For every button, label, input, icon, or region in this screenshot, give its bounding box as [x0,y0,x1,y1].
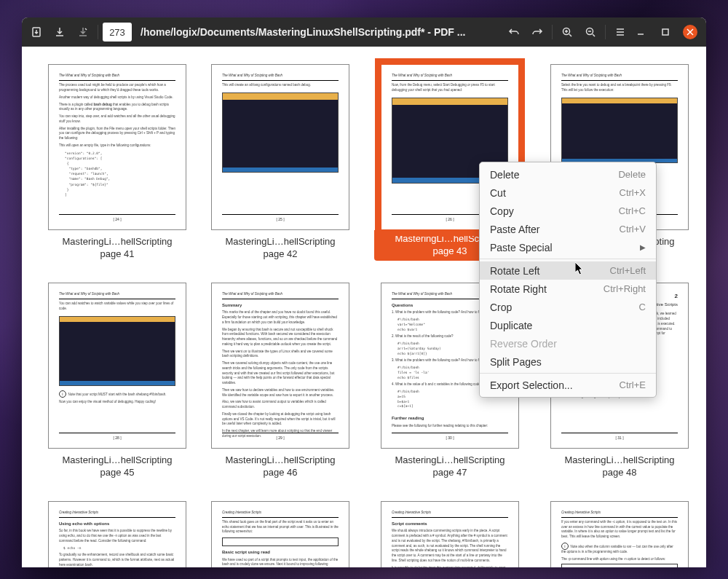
titlebar: /home/logix/Documents/MasteringLinuxShel… [22,17,706,47]
ctx-separator [480,373,656,374]
thumbnail[interactable]: Creating Interactive Scripts Using echo … [48,501,186,567]
page-preview: Creating Interactive Scripts This shared… [211,501,349,567]
ctx-copy[interactable]: CopyCtrl+C [480,202,656,220]
ctx-paste-after[interactable]: Paste AfterCtrl+V [480,220,656,238]
thumbnail-caption: MasteringLi…hellScriptingpage 47 [395,454,505,479]
ctx-split-pages[interactable]: Split Pages [480,352,656,371]
save-icon[interactable] [50,22,70,42]
ctx-duplicate[interactable]: Duplicate [480,316,656,334]
thumbnail[interactable]: The What and Why of Scripting with Bash … [48,283,186,479]
thumbnail[interactable]: Creating Interactive Scripts Script comm… [374,501,526,567]
thumbnail[interactable]: Creating Interactive Scripts If you ente… [550,501,689,567]
redo-icon[interactable] [527,22,547,42]
toolbar-separator [605,25,606,39]
close-button[interactable] [683,25,697,39]
toolbar-separator [98,25,98,39]
window-controls [633,25,697,39]
ctx-export-selection[interactable]: Export Selection...Ctrl+E [480,376,656,394]
thumbnail-caption: MasteringLi…hellScriptingpage 45 [62,454,172,479]
cursor-icon [575,262,585,275]
ctx-delete[interactable]: DeleteDelete [480,165,656,184]
zoom-in-icon[interactable] [557,22,577,42]
context-menu: DeleteDelete CutCtrl+X CopyCtrl+C Paste … [479,162,657,398]
ctx-rotate-right[interactable]: Rotate RightCtrl+Right [480,280,656,298]
window-title: /home/logix/Documents/MasteringLinuxShel… [135,26,501,38]
ctx-reverse-order: Reverse Order [480,334,656,352]
thumbnail-caption: MasteringLi…hellScriptingpage 42 [225,236,335,261]
ctx-rotate-left[interactable]: Rotate LeftCtrl+Left [480,261,656,280]
ctx-crop[interactable]: CropC [480,298,656,316]
thumbnail-caption: MasteringLi…hellScriptingpage 41 [62,236,172,261]
chevron-right-icon: ▶ [640,243,646,251]
page-preview: The What and Why of Scripting with Bash … [48,64,186,230]
menu-icon[interactable] [610,22,630,42]
thumbnail[interactable]: The What and Why of Scripting with Bash … [211,283,349,479]
page-preview: The What and Why of Scripting with Bash … [48,283,186,449]
svg-rect-3 [662,29,668,35]
toolbar-separator [552,25,553,39]
thumbnail-caption: MasteringLi…hellScriptingpage 46 [225,454,335,479]
undo-icon[interactable] [504,22,524,42]
import-icon[interactable] [26,22,47,42]
maximize-button[interactable] [658,25,673,39]
page-preview: The What and Why of Scripting with Bash … [211,64,349,230]
page-number-input[interactable] [103,23,132,42]
thumbnail[interactable]: Creating Interactive Scripts This shared… [211,501,349,567]
thumbnail[interactable]: The What and Why of Scripting with Bash … [48,64,186,261]
thumbnail-caption: MasteringLi…hellScriptingpage 48 [564,454,674,479]
ctx-separator [480,259,656,259]
save-as-icon[interactable] [73,22,93,42]
page-preview: Creating Interactive Scripts If you ente… [550,501,689,567]
minimize-button[interactable] [633,25,648,39]
zoom-out-icon[interactable] [580,22,601,42]
ctx-cut[interactable]: CutCtrl+X [480,184,656,202]
page-preview: Creating Interactive Scripts Using echo … [48,501,186,567]
page-preview: Creating Interactive Scripts Script comm… [381,501,519,567]
thumbnail[interactable]: The What and Why of Scripting with Bash … [211,64,349,261]
ctx-paste-special[interactable]: Paste Special▶ [480,238,656,256]
page-preview: The What and Why of Scripting with Bash … [211,283,349,449]
